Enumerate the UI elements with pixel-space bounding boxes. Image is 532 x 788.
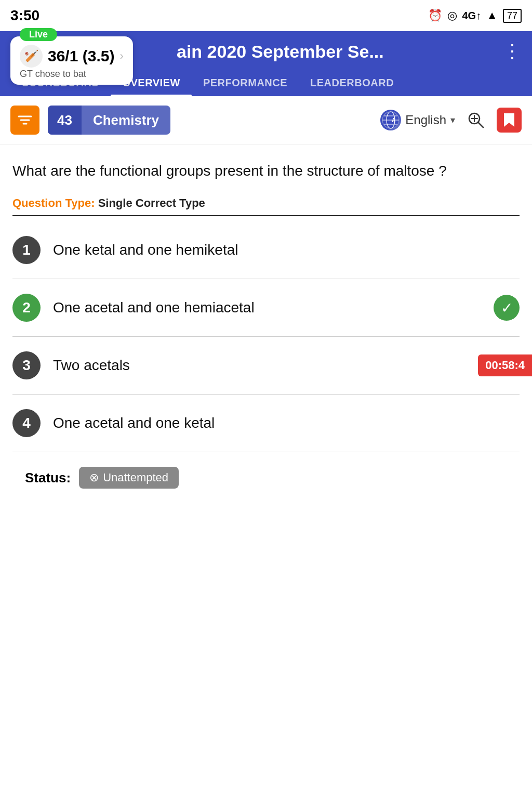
zoom-button[interactable] <box>463 108 488 133</box>
option-text-3: Two acetals <box>53 357 520 374</box>
status-badge-icon: ⊗ <box>89 471 99 484</box>
question-type-value: Single Correct Type <box>98 196 205 209</box>
option-num-3: 3 <box>12 351 41 379</box>
status-bar: 3:50 ⏰ ◎ 4G↑ ▲ 77 <box>0 0 532 31</box>
cricket-subtext: GT chose to bat <box>20 69 124 80</box>
question-type-row: Question Type: Single Correct Type <box>12 196 520 210</box>
option-text-4: One acetal and one ketal <box>53 415 520 431</box>
zoom-icon <box>467 111 485 129</box>
filter-bar: 43 Chemistry A English ▾ <box>0 96 532 145</box>
signal-icon: ▲ <box>486 9 498 22</box>
question-area: What are the functional groups present i… <box>0 145 532 514</box>
timer-badge: 00:58:4 <box>478 354 532 376</box>
status-label: Status: <box>25 470 71 486</box>
option-item-4[interactable]: 4 One acetal and one ketal <box>12 395 520 452</box>
cricket-overlay: Live 🏏 36/1 (3.5) › GT chose to bat <box>10 36 133 85</box>
cricket-team-icon: 🏏 <box>20 45 43 68</box>
live-badge: Live <box>20 28 57 41</box>
option-text-2: One acetal and one hemiacetal <box>53 299 481 316</box>
menu-icon[interactable]: ⋮ <box>503 41 522 62</box>
bookmark-icon <box>501 112 517 128</box>
filter-button[interactable] <box>10 106 39 135</box>
app-title: ain 2020 September Se... <box>177 42 495 62</box>
subject-count: 43 <box>48 106 82 135</box>
filter-icon <box>17 112 33 128</box>
option-text-1: One ketal and one hemiketal <box>53 242 520 258</box>
options-list: 1 One ketal and one hemiketal 2 One acet… <box>12 221 520 452</box>
battery-icon: 77 <box>503 9 522 23</box>
status-time: 3:50 <box>10 7 39 24</box>
subject-label: Chemistry <box>82 112 170 128</box>
cricket-arrow: › <box>119 49 123 63</box>
svg-text:A: A <box>392 117 395 123</box>
option-item-2[interactable]: 2 One acetal and one hemiacetal ✓ <box>12 279 520 337</box>
language-globe-icon: A <box>380 110 401 130</box>
question-type-label: Question Type: <box>12 196 95 209</box>
cricket-score-row: 🏏 36/1 (3.5) › <box>20 45 124 68</box>
status-icons: ⏰ ◎ 4G↑ ▲ 77 <box>428 9 522 23</box>
option-num-1: 1 <box>12 236 41 264</box>
language-dropdown-icon: ▾ <box>450 114 455 126</box>
svg-marker-13 <box>504 113 514 127</box>
target-icon: ◎ <box>447 9 457 22</box>
tab-leaderboard[interactable]: LEADERBOARD <box>299 70 405 96</box>
option-item-1[interactable]: 1 One ketal and one hemiketal <box>12 221 520 279</box>
option-num-4: 4 <box>12 409 41 437</box>
svg-line-10 <box>478 122 483 127</box>
globe-svg: A <box>381 111 400 129</box>
correct-answer-icon: ✓ <box>494 295 520 321</box>
option-num-2: 2 <box>12 294 41 322</box>
tab-performance[interactable]: PERFORMANCE <box>192 70 299 96</box>
divider-top <box>12 215 520 216</box>
status-badge: ⊗ Unattempted <box>79 467 179 489</box>
subject-chip[interactable]: 43 Chemistry <box>48 106 170 135</box>
language-text: English <box>405 113 446 127</box>
language-selector[interactable]: A English ▾ <box>380 110 455 130</box>
question-status-row: Status: ⊗ Unattempted <box>12 452 520 503</box>
cricket-score: 36/1 (3.5) <box>48 47 114 65</box>
alarm-icon: ⏰ <box>428 9 442 22</box>
question-text: What are the functional groups present i… <box>12 160 520 182</box>
option-item-3[interactable]: 3 Two acetals 00:58:4 <box>12 337 520 395</box>
network-icon: 4G↑ <box>462 10 482 22</box>
bookmark-button[interactable] <box>497 108 522 133</box>
status-badge-text: Unattempted <box>103 471 168 484</box>
